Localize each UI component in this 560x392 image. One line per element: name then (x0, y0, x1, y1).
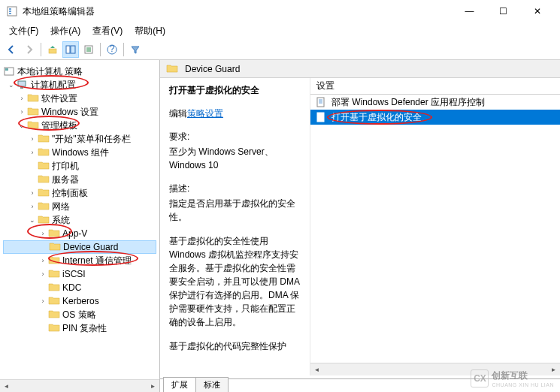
folder-icon (38, 201, 50, 212)
expander-icon[interactable]: › (38, 228, 48, 239)
node-label: 系统 (52, 214, 70, 227)
tree-node-control-panel[interactable]: › 控制面板 (3, 186, 156, 200)
export-list-button[interactable] (80, 41, 97, 58)
app-icon (6, 5, 18, 17)
expander-icon[interactable]: ⌄ (6, 80, 17, 90)
expander-icon[interactable]: › (17, 93, 27, 104)
description-label: 描述: (169, 182, 301, 195)
setting-label: 部署 Windows Defender 应用程序控制 (331, 96, 485, 109)
node-label: Kerberos (62, 296, 99, 306)
close-button[interactable]: ✕ (520, 0, 554, 23)
expander-icon[interactable]: › (27, 147, 38, 158)
tree-node-software[interactable]: › 软件设置 (3, 92, 156, 105)
node-label: Device Guard (63, 242, 118, 252)
tree-node-servers[interactable]: 服务器 (3, 173, 156, 186)
tree-node-iscsi[interactable]: › iSCSI (3, 267, 156, 281)
svg-rect-6 (71, 46, 75, 53)
help-button[interactable]: ? (104, 41, 120, 58)
menu-help[interactable]: 帮助(H) (129, 23, 171, 39)
description-text: 指定是否启用基于虚拟化的安全性。 (169, 197, 301, 224)
tree-node-system[interactable]: ⌄ 系统 (3, 213, 156, 227)
svg-text:?: ? (110, 44, 115, 54)
computer-icon (17, 80, 29, 90)
menu-action[interactable]: 操作(A) (44, 23, 86, 39)
settings-column-header[interactable]: 设置 (310, 78, 560, 95)
node-label: Windows 设置 (41, 106, 98, 119)
node-label: 网络 (52, 201, 70, 213)
folder-icon (48, 282, 60, 293)
folder-icon (48, 323, 60, 333)
content-header: Device Guard (160, 60, 560, 78)
node-label: iSCSI (62, 269, 86, 279)
folder-icon (27, 93, 39, 104)
maximize-button[interactable]: ☐ (486, 0, 520, 23)
folder-icon (38, 188, 50, 198)
expander-icon[interactable]: › (38, 255, 48, 266)
svg-rect-3 (9, 13, 11, 14)
filter-button[interactable] (127, 41, 144, 58)
tree-node-computer-config[interactable]: ⌄ 计算机配置 (3, 78, 156, 92)
svg-rect-2 (9, 11, 11, 12)
tree-node-kerberos[interactable]: › Kerberos (3, 294, 156, 308)
watermark-logo-icon: CX (471, 369, 489, 387)
edit-label: 编辑 (169, 108, 187, 119)
svg-rect-1 (9, 8, 11, 10)
setting-row-vbs[interactable]: 打开基于虚拟化的安全 (310, 110, 560, 125)
tree-node-device-guard[interactable]: Device Guard (3, 240, 156, 254)
tree-scrollbar-horizontal[interactable]: ◄► (0, 379, 159, 392)
forward-button[interactable] (21, 41, 38, 58)
node-label: 打印机 (52, 160, 79, 173)
svg-rect-4 (49, 49, 56, 53)
menu-bar: 文件(F) 操作(A) 查看(V) 帮助(H) (0, 23, 560, 39)
tree-node-network[interactable]: › 网络 (3, 200, 156, 213)
back-button[interactable] (3, 41, 20, 58)
tree-root-node[interactable]: 本地计算机 策略 (3, 65, 156, 78)
tree-node-app-v[interactable]: › App-V (3, 227, 156, 240)
tab-standard[interactable]: 标准 (195, 377, 229, 392)
expander-icon[interactable]: ⌄ (27, 215, 38, 225)
tree-node-internet-comm[interactable]: › Internet 通信管理 (3, 254, 156, 267)
tree-node-admin-templates[interactable]: ⌄ 管理模板 (3, 119, 156, 132)
up-button[interactable] (44, 41, 61, 58)
expander-icon[interactable]: › (27, 134, 38, 144)
menu-view[interactable]: 查看(V) (86, 23, 129, 39)
expander-icon[interactable]: › (38, 296, 48, 306)
tree-node-kdc[interactable]: KDC (3, 281, 156, 294)
content-title: Device Guard (185, 64, 240, 74)
folder-icon (27, 120, 39, 131)
menu-file[interactable]: 文件(F) (3, 23, 44, 39)
folder-icon (48, 228, 60, 239)
setting-label: 打开基于虚拟化的安全 (331, 111, 422, 124)
expander-icon[interactable]: › (17, 107, 27, 117)
edit-policy-link[interactable]: 策略设置 (187, 108, 223, 119)
tree-node-windows-settings[interactable]: › Windows 设置 (3, 105, 156, 119)
requirements-label: 要求: (169, 131, 301, 143)
node-label: App-V (62, 228, 87, 239)
node-label: KDC (62, 282, 81, 293)
svg-rect-13 (20, 87, 23, 89)
expander-icon[interactable]: › (38, 269, 48, 279)
toolbar: ? (0, 39, 560, 60)
tab-extended[interactable]: 扩展 (163, 377, 196, 392)
node-label: 管理模板 (41, 119, 77, 132)
tree-node-os-policy[interactable]: OS 策略 (3, 308, 156, 321)
expander-icon[interactable]: › (27, 188, 38, 198)
expander-icon[interactable]: ⌄ (17, 120, 27, 131)
tree-node-pin[interactable]: PIN 复杂性 (3, 321, 156, 335)
selected-policy-title: 打开基于虚拟化的安全 (169, 84, 301, 97)
show-hide-tree-button[interactable] (62, 41, 79, 58)
tree-node-win-components[interactable]: › Windows 组件 (3, 146, 156, 159)
minimize-button[interactable]: — (453, 0, 486, 23)
tree-pane: 本地计算机 策略 ⌄ 计算机配置 › 软件设置 › Windows 设 (0, 60, 160, 392)
folder-icon (38, 147, 50, 158)
tree-root-label: 本地计算机 策略 (17, 65, 83, 78)
main-area: 本地计算机 策略 ⌄ 计算机配置 › 软件设置 › Windows 设 (0, 60, 560, 392)
setting-row-defender[interactable]: 部署 Windows Defender 应用程序控制 (310, 95, 560, 110)
description-body-1: 基于虚拟化的安全性使用 Windows 虚拟机监控程序支持安全服务。基于虚拟化的… (169, 234, 301, 329)
tree-node-start-taskbar[interactable]: › "开始"菜单和任务栏 (3, 132, 156, 146)
tree-node-printers[interactable]: 打印机 (3, 159, 156, 173)
svg-rect-15 (317, 113, 324, 122)
expander-icon[interactable]: › (27, 201, 38, 212)
folder-icon (48, 296, 60, 306)
folder-icon (27, 107, 39, 117)
